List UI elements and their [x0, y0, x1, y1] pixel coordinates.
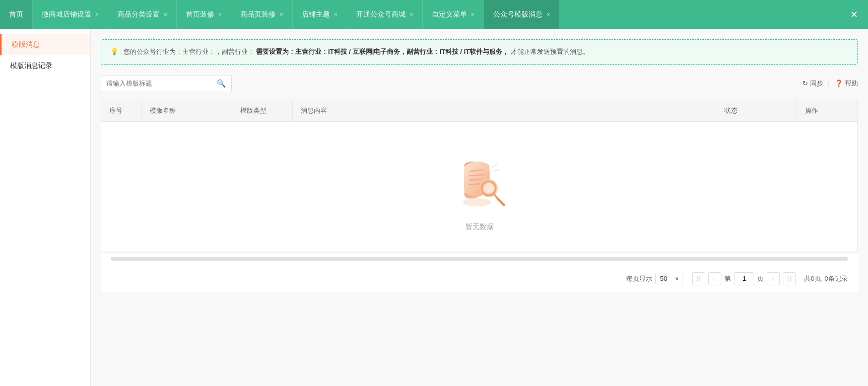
tab-product-category-close[interactable]: ×: [164, 11, 167, 18]
tab-template-msg-close[interactable]: ×: [547, 11, 550, 18]
data-table: 序号 模版名称 模版类型 消息内容 状态 操作: [101, 100, 858, 252]
tab-custom-menu-close[interactable]: ×: [471, 11, 475, 18]
tab-product-decor-close[interactable]: ×: [280, 11, 283, 18]
sidebar-item-template-msg[interactable]: 模版消息: [0, 34, 90, 55]
toolbar-right: ↻ 同步 | ❓ 帮助: [803, 79, 858, 88]
notice-prefix: 您的公众号行业为：主营行业：，副营行业：: [123, 48, 254, 55]
search-bar: 🔍 ↻ 同步 | ❓ 帮助: [101, 75, 858, 92]
notice-highlight: 需要设置为：主营行业：IT科技 / 互联网|电子商务，副营行业：IT科技 / I…: [256, 48, 509, 55]
tab-micro-shop[interactable]: 微商城店铺设置 ×: [33, 0, 108, 29]
tab-open-mall[interactable]: 开通公众号商城 ×: [347, 0, 423, 29]
per-page-label: 每页显示: [626, 274, 652, 283]
search-input-wrap[interactable]: 🔍: [101, 75, 232, 92]
tab-product-category[interactable]: 商品分类设置 ×: [108, 0, 177, 29]
tab-home[interactable]: 首页: [0, 0, 33, 29]
next-page-button[interactable]: ﹥: [767, 272, 780, 285]
tab-shop-theme-close[interactable]: ×: [334, 11, 338, 18]
per-page-value: 50: [660, 275, 667, 282]
empty-state: 暂无数据: [101, 122, 857, 252]
tab-shop-theme-label: 店铺主题: [302, 10, 330, 19]
tab-custom-menu-label: 自定义菜单: [432, 10, 467, 19]
tab-template-msg-label: 公众号模版消息: [493, 10, 543, 19]
sync-icon: ↻: [803, 80, 808, 87]
tab-bar-close-all[interactable]: ✕: [840, 0, 868, 29]
search-icon[interactable]: 🔍: [217, 79, 226, 88]
th-name: 模版名称: [142, 100, 232, 121]
scrollbar-area: [101, 252, 858, 265]
th-type: 模版类型: [232, 100, 293, 121]
tab-open-mall-close[interactable]: ×: [410, 11, 413, 18]
svg-line-10: [492, 165, 497, 167]
tab-template-msg[interactable]: 公众号模版消息 ×: [484, 0, 560, 29]
help-label: 帮助: [845, 79, 858, 88]
pagination: 每页显示 50 ∨ ⟨⟨ ﹤ 第 页 ﹥ ⟩⟩ 共0页, 0条记录: [101, 265, 858, 292]
sidebar-template-msg-label: 模版消息: [12, 40, 40, 48]
notice-suffix: 才能正常发送预置的消息。: [511, 48, 589, 55]
page-nav: ⟨⟨ ﹤ 第 页 ﹥ ⟩⟩: [692, 272, 796, 285]
sync-button[interactable]: ↻ 同步: [803, 79, 823, 88]
tab-product-decor[interactable]: 商品页装修 ×: [231, 0, 293, 29]
notice-box: 💡 您的公众号行业为：主营行业：，副营行业： 需要设置为：主营行业：IT科技 /…: [101, 39, 858, 65]
svg-line-9: [498, 199, 504, 205]
notice-icon: 💡: [110, 48, 118, 55]
per-page-select: 每页显示 50 ∨: [626, 273, 683, 284]
help-icon: ❓: [835, 80, 843, 87]
tab-product-decor-label: 商品页装修: [240, 10, 276, 19]
total-info: 共0页, 0条记录: [804, 274, 848, 283]
th-actions: 操作: [797, 100, 857, 121]
help-button[interactable]: ❓ 帮助: [835, 79, 858, 88]
sidebar-template-history-label: 模版消息记录: [10, 61, 52, 69]
tab-micro-shop-label: 微商城店铺设置: [42, 10, 91, 19]
chevron-down-icon: ∨: [675, 276, 679, 281]
first-page-button[interactable]: ⟨⟨: [692, 272, 705, 285]
sidebar-item-template-history[interactable]: 模版消息记录: [0, 55, 90, 76]
table-header: 序号 模版名称 模版类型 消息内容 状态 操作: [101, 100, 857, 122]
page-input[interactable]: [734, 272, 754, 285]
sidebar: 模版消息 模版消息记录: [0, 29, 91, 386]
horizontal-scrollbar[interactable]: [111, 257, 848, 261]
empty-illustration: [449, 152, 510, 212]
content-area: 💡 您的公众号行业为：主营行业：，副营行业： 需要设置为：主营行业：IT科技 /…: [91, 29, 868, 386]
svg-point-7: [484, 183, 494, 193]
th-content: 消息内容: [293, 100, 716, 121]
per-page-dropdown[interactable]: 50 ∨: [655, 273, 683, 284]
page-unit: 页: [757, 274, 764, 283]
tab-micro-shop-close[interactable]: ×: [95, 11, 99, 18]
page-label: 第: [724, 274, 731, 283]
th-status: 状态: [716, 100, 797, 121]
svg-point-0: [463, 198, 491, 206]
tab-bar: 首页 微商城店铺设置 × 商品分类设置 × 首页装修 × 商品页装修 × 店铺主…: [0, 0, 868, 29]
th-seq: 序号: [101, 100, 142, 121]
tab-product-category-label: 商品分类设置: [117, 10, 160, 19]
sync-label: 同步: [810, 79, 823, 88]
tab-home-decor-close[interactable]: ×: [218, 11, 222, 18]
tab-open-mall-label: 开通公众号商城: [356, 10, 406, 19]
prev-page-button[interactable]: ﹤: [708, 272, 721, 285]
empty-text: 暂无数据: [465, 222, 494, 231]
last-page-button[interactable]: ⟩⟩: [783, 272, 796, 285]
main-layout: 模版消息 模版消息记录 💡 您的公众号行业为：主营行业：，副营行业： 需要设置为…: [0, 29, 868, 386]
tab-home-decor[interactable]: 首页装修 ×: [177, 0, 231, 29]
tab-home-label: 首页: [9, 10, 23, 19]
tab-custom-menu[interactable]: 自定义菜单 ×: [423, 0, 484, 29]
search-input[interactable]: [106, 80, 217, 87]
toolbar-divider: |: [828, 80, 830, 87]
tab-home-decor-label: 首页装修: [186, 10, 214, 19]
svg-line-11: [494, 170, 500, 171]
tab-shop-theme[interactable]: 店铺主题 ×: [293, 0, 347, 29]
